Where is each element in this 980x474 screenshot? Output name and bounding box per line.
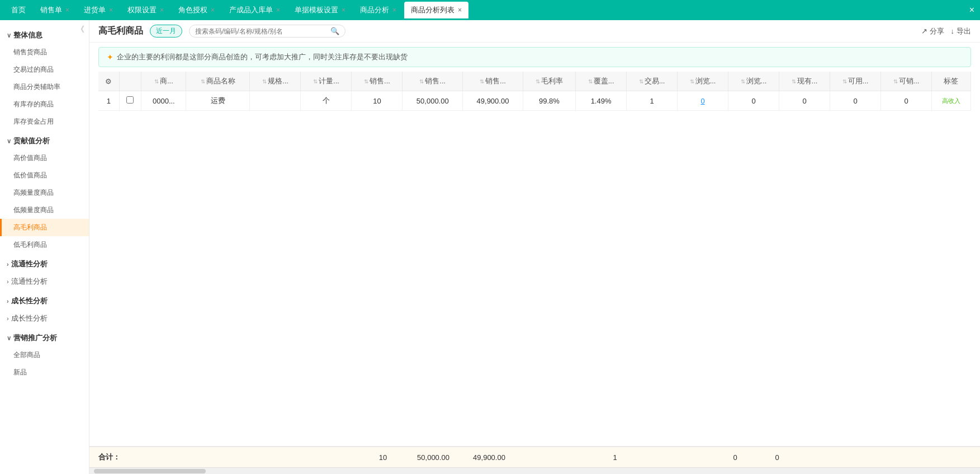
search-icon[interactable]: 🔍 — [330, 27, 339, 35]
row-checkbox[interactable] — [126, 96, 134, 104]
sidebar-group-growth-analysis[interactable]: ›成长性分析 — [0, 290, 89, 309]
footer-cell-17 — [836, 453, 869, 462]
cell-name: 运费 — [186, 91, 250, 111]
sort-icon: ⇅ — [792, 78, 796, 85]
col-header-sales_qty[interactable]: ⇅销售... — [352, 72, 403, 91]
content-area: 高毛利商品 近一月 🔍 ↗ 分享 ↓ 导出 ✦ 企业的主要的利润都是这部分商品创… — [89, 20, 980, 474]
col-header-sellable[interactable]: ⇅可销... — [881, 72, 932, 91]
share-button[interactable]: ↗ 分享 — [921, 26, 944, 36]
footer-cell-4 — [282, 453, 327, 462]
footer-cell-14: 0 — [713, 453, 758, 462]
page-title: 高毛利商品 — [98, 25, 143, 37]
footer-cell-10 — [556, 453, 595, 462]
arrow-icon: ∨ — [7, 138, 11, 145]
nav-tab-roles[interactable]: 角色授权× — [172, 2, 221, 18]
close-tab-templates[interactable]: × — [342, 6, 345, 14]
col-header-current_stock[interactable]: ⇅现有... — [779, 72, 830, 91]
close-tab-analysis-list[interactable]: × — [458, 6, 462, 14]
info-icon: ✦ — [107, 53, 113, 62]
col-header-browse2[interactable]: ⇅浏览... — [728, 72, 779, 91]
sidebar-item-high-value[interactable]: 高价值商品 — [0, 149, 89, 167]
footer-cell-5 — [327, 453, 361, 462]
col-header-spec[interactable]: ⇅规格... — [250, 72, 301, 91]
cell-coverage: 1.49% — [576, 91, 627, 111]
nav-tab-products[interactable]: 产成品入库单× — [222, 2, 287, 18]
footer-label: 合计： — [98, 452, 120, 462]
nav-tab-purchase[interactable]: 进货单× — [77, 2, 120, 18]
tag-high-income: 高收入 — [942, 97, 960, 104]
sidebar-group-value-analysis[interactable]: ∨贡献值分析 — [0, 130, 89, 149]
close-tab-analysis[interactable]: × — [392, 6, 396, 14]
cell-spec — [250, 91, 301, 111]
footer-cell-15: 0 — [758, 453, 797, 462]
cell-sales-amount: 50,000.00 — [403, 91, 463, 111]
col-header-coverage[interactable]: ⇅覆盖... — [576, 72, 627, 91]
sidebar-item-high-margin[interactable]: 高毛利商品 — [0, 219, 89, 236]
close-tab-roles[interactable]: × — [211, 6, 215, 14]
nav-tab-analysis[interactable]: 商品分析× — [353, 2, 403, 18]
col-header-margin_rate[interactable]: ⇅毛利率 — [523, 72, 575, 91]
col-header-name[interactable]: ⇅商品名称 — [186, 72, 250, 91]
top-navigation: 首页销售单×进货单×权限设置×角色授权×产成品入库单×单据模板设置×商品分析×商… — [0, 0, 980, 20]
sidebar-item-stock-capital[interactable]: 库存资金占用 — [0, 113, 89, 130]
cell-browse1[interactable]: 0 — [678, 91, 728, 111]
col-header-browse1[interactable]: ⇅浏览... — [678, 72, 728, 91]
close-tab-permissions[interactable]: × — [160, 6, 164, 14]
sidebar-item-all-goods[interactable]: 全部商品 — [0, 346, 89, 364]
browse1-link[interactable]: 0 — [700, 97, 704, 105]
col-header-available[interactable]: ⇅可用... — [830, 72, 881, 91]
nav-tab-analysis-list[interactable]: 商品分析列表× — [404, 2, 468, 18]
nav-tab-sales[interactable]: 销售单× — [34, 2, 76, 18]
cell-sellable: 0 — [881, 91, 932, 111]
sidebar-expand-flow-analysis[interactable]: ›流通性分析 — [0, 273, 89, 290]
cell-checkbox[interactable] — [119, 91, 141, 111]
close-all-tabs[interactable]: × — [969, 5, 974, 15]
nav-tab-templates[interactable]: 单据模板设置× — [288, 2, 352, 18]
sidebar-item-sales-goods[interactable]: 销售货商品 — [0, 44, 89, 61]
sort-icon: ⇅ — [639, 78, 643, 85]
nav-tab-home[interactable]: 首页 — [4, 2, 32, 18]
filter-recent-month[interactable]: 近一月 — [150, 25, 182, 37]
sort-icon: ⇅ — [842, 78, 847, 85]
col-header-sales_profit[interactable]: ⇅销售... — [463, 72, 523, 91]
footer-cell-8: 49,900.00 — [461, 453, 517, 462]
close-tab-products[interactable]: × — [276, 6, 280, 14]
col-header-code[interactable]: ⇅商... — [141, 72, 186, 91]
sidebar-collapse-button[interactable]: 《 — [77, 25, 84, 35]
sidebar-group-flow-analysis[interactable]: ›流通性分析 — [0, 254, 89, 273]
sidebar-item-low-freq[interactable]: 低频量度商品 — [0, 201, 89, 219]
sidebar-item-low-value[interactable]: 低价值商品 — [0, 167, 89, 184]
close-tab-purchase[interactable]: × — [109, 6, 113, 14]
export-button[interactable]: ↓ 导出 — [951, 26, 972, 36]
bottom-scrollbar[interactable] — [89, 467, 980, 474]
footer-cell-16 — [797, 453, 836, 462]
col-header-settings: ⚙ — [98, 72, 119, 91]
col-header-unit[interactable]: ⇅计量... — [301, 72, 352, 91]
footer-cell-11: 1 — [595, 453, 635, 462]
close-tab-sales[interactable]: × — [65, 6, 69, 14]
sidebar-item-in-stock[interactable]: 有库存的商品 — [0, 96, 89, 113]
cell-available: 0 — [830, 91, 881, 111]
nav-tab-permissions[interactable]: 权限设置× — [121, 2, 171, 18]
arrow-icon: ∨ — [7, 335, 11, 342]
sidebar-item-new-goods[interactable]: 新品 — [0, 364, 89, 381]
cell-current-stock: 0 — [779, 91, 830, 111]
footer-cell-2 — [171, 453, 215, 462]
sidebar-expand-growth-analysis[interactable]: ›成长性分析 — [0, 309, 89, 327]
search-input[interactable] — [195, 27, 327, 35]
sidebar-item-high-freq[interactable]: 高频量度商品 — [0, 184, 89, 201]
col-header-trade_count[interactable]: ⇅交易... — [627, 72, 678, 91]
col-header-tag: 标签 — [931, 72, 970, 91]
sidebar-group-marketing-analysis[interactable]: ∨营销推广分析 — [0, 327, 89, 346]
col-header-sales_amount[interactable]: ⇅销售... — [403, 72, 463, 91]
data-table: ⚙⇅商...⇅商品名称⇅规格...⇅计量...⇅销售...⇅销售...⇅销售..… — [98, 72, 971, 111]
sidebar-group-overall[interactable]: ∨整体信息 — [0, 25, 89, 44]
sort-icon: ⇅ — [313, 78, 318, 85]
sidebar-item-analysis-assist[interactable]: 商品分类辅助率 — [0, 78, 89, 96]
sort-icon: ⇅ — [262, 78, 267, 85]
sort-icon: ⇅ — [364, 78, 368, 85]
sidebar-item-traded-goods[interactable]: 交易过的商品 — [0, 61, 89, 78]
sidebar-item-low-margin[interactable]: 低毛利商品 — [0, 236, 89, 254]
footer-cell-6: 10 — [361, 453, 405, 462]
scroll-thumb[interactable] — [94, 469, 206, 473]
